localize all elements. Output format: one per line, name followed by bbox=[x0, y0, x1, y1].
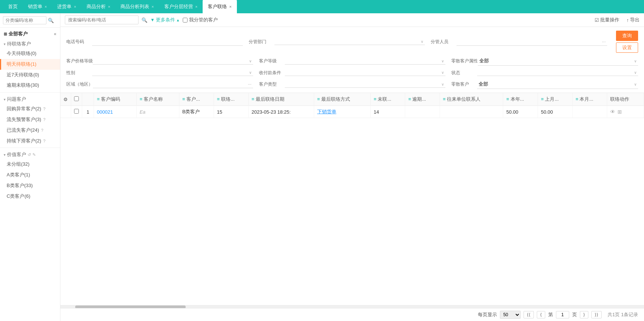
customer-type-select[interactable]: ∨ bbox=[285, 81, 446, 88]
close-icon[interactable]: × bbox=[195, 4, 197, 9]
sidebar-item-churned[interactable]: 已流失客户(24) ? bbox=[0, 125, 60, 136]
sidebar-item-class-a[interactable]: A类客户(1) bbox=[0, 170, 60, 180]
filter-bar: 🔍 ▼ 更多条件 ▲ 我分管的客户 ☑ 批量操作 ↑ 导出 bbox=[60, 13, 644, 27]
row-overdue bbox=[405, 106, 440, 118]
scrollbar-thumb[interactable] bbox=[75, 306, 186, 308]
phone-input[interactable] bbox=[92, 38, 243, 46]
chevron-down-icon: ∨ bbox=[634, 70, 637, 75]
more-conditions-btn[interactable]: ▼ 更多条件 ▲ bbox=[150, 17, 180, 23]
customer-level-select[interactable]: ∨ bbox=[285, 58, 446, 65]
nav-product-analysis[interactable]: 商品分析 × bbox=[81, 0, 115, 13]
sidebar-item-overdue[interactable]: 逾期未联络(30) bbox=[0, 80, 60, 91]
search-icon[interactable]: 🔍 bbox=[141, 17, 147, 23]
close-icon[interactable]: × bbox=[151, 4, 154, 9]
setting-button[interactable]: 设置 bbox=[616, 42, 638, 53]
sidebar-item-7days[interactable]: 近7天待联络(0) bbox=[0, 70, 60, 80]
edit-icon[interactable]: ✎ bbox=[32, 152, 36, 157]
sidebar-group-value[interactable]: ▾ 价值客户 ↺ ✎ bbox=[0, 149, 60, 159]
gender-select[interactable]: ∨ bbox=[92, 69, 253, 76]
page-input[interactable] bbox=[556, 311, 569, 318]
row-name: Ea bbox=[136, 106, 179, 118]
row-action: 👁 ⊞ bbox=[607, 106, 644, 118]
col-this-year[interactable]: ≡ 本年... bbox=[503, 93, 538, 106]
sidebar-divider2 bbox=[0, 148, 60, 148]
close-icon[interactable]: × bbox=[45, 4, 47, 9]
sidebar-search-icon[interactable]: 🔍 bbox=[48, 18, 54, 23]
close-icon[interactable]: × bbox=[108, 4, 110, 9]
sidebar-item-class-b[interactable]: B类客户(33) bbox=[0, 180, 60, 191]
my-customers-filter[interactable]: 我分管的客户 bbox=[183, 17, 218, 23]
close-icon[interactable]: × bbox=[74, 4, 76, 9]
col-this-month[interactable]: ≡ 本月... bbox=[573, 93, 607, 106]
filter-icon: ▼ bbox=[150, 17, 155, 23]
col-no-contact[interactable]: ≡ 未联... bbox=[371, 93, 405, 106]
row-last-contact-method[interactable]: 下销货单 bbox=[314, 106, 370, 118]
retail-attr-select[interactable]: 全部 ∨ bbox=[478, 56, 638, 66]
col-type[interactable]: ≡ 客户... bbox=[179, 93, 214, 106]
filter-retail-attr: 零散客户属性 全部 ∨ bbox=[451, 56, 638, 66]
prev-page-btn[interactable]: ⟨ bbox=[537, 311, 545, 318]
col-unit-contact[interactable]: ≡ 往来单位联系人 bbox=[440, 93, 503, 106]
nav-home[interactable]: 首页 bbox=[3, 0, 23, 13]
sidebar-item-repurchase-abnormal[interactable]: 回购异常客户(2) ? bbox=[0, 104, 60, 114]
nav-customer-contact[interactable]: 客户联络 × bbox=[203, 0, 237, 13]
payment-select[interactable]: ∨ bbox=[285, 69, 446, 76]
col-settings[interactable]: ⚙ bbox=[60, 93, 71, 106]
sidebar-item-tomorrow[interactable]: 明天待联络(1) bbox=[0, 59, 60, 70]
first-page-btn[interactable]: ⟨⟨ bbox=[524, 311, 534, 318]
filter-region: 区域（地区） ··· bbox=[66, 80, 253, 88]
export-btn[interactable]: ↑ 导出 bbox=[627, 17, 640, 23]
filter-row-4: 区域（地区） ··· 客户类型 ∨ 零散客户 全部 ∨ bbox=[66, 80, 638, 89]
nav-sales-order[interactable]: 销货单 × bbox=[23, 0, 52, 13]
person-select[interactable]: ··· bbox=[456, 38, 607, 46]
eye-icon[interactable]: 👁 bbox=[610, 109, 615, 115]
chevron-down-icon: ∨ bbox=[249, 59, 252, 63]
col-checkbox[interactable] bbox=[71, 93, 82, 106]
retail-customer-select[interactable]: 全部 ∨ bbox=[477, 80, 638, 89]
my-customers-checkbox[interactable] bbox=[183, 18, 188, 23]
sidebar-item-churn-warning[interactable]: 流失预警客户(3) ? bbox=[0, 114, 60, 125]
grid-icon[interactable]: ⊞ bbox=[617, 109, 622, 115]
col-last-contact-date[interactable]: ≡ 最后联络日期 bbox=[248, 93, 314, 106]
sidebar-all-customers[interactable]: ⊞ 全部客户 « bbox=[0, 28, 60, 39]
collapse-icon[interactable]: « bbox=[54, 31, 56, 37]
batch-ops-btn[interactable]: ☑ 批量操作 bbox=[595, 17, 619, 23]
nav-purchase-order[interactable]: 进货单 × bbox=[52, 0, 81, 13]
nav-customer-tiering[interactable]: 客户分层经营 × bbox=[159, 0, 203, 13]
sidebar-divider bbox=[0, 92, 60, 93]
per-page-select[interactable]: 50 100 bbox=[500, 311, 521, 319]
sidebar-group-pending[interactable]: ▾ 待联络客户 bbox=[0, 39, 60, 48]
table-footer: 每页显示 50 100 ⟨⟨ ⟨ 第 页 ⟩ ⟩⟩ 共1页 1条记录 bbox=[60, 308, 644, 321]
close-icon[interactable]: × bbox=[229, 4, 231, 9]
next-page-btn[interactable]: ⟩ bbox=[580, 311, 588, 318]
last-page-btn[interactable]: ⟩⟩ bbox=[591, 311, 602, 318]
price-level-select[interactable]: ∨ bbox=[93, 58, 253, 65]
row-code[interactable]: 000021 bbox=[94, 106, 137, 118]
refresh-icon[interactable]: ↺ bbox=[28, 152, 31, 157]
horizontal-scrollbar[interactable] bbox=[60, 305, 644, 308]
col-customer-code[interactable]: ≡ 客户编码 bbox=[94, 93, 137, 106]
sidebar-group-problem[interactable]: ▾ 问题客户 bbox=[0, 94, 60, 104]
filter-row-2: 客户价格等级 ∨ 客户等级 ∨ 零散客户属性 全部 ∨ bbox=[66, 56, 638, 66]
status-select[interactable]: ∨ bbox=[477, 69, 638, 76]
col-customer-name[interactable]: ≡ 客户名称 bbox=[136, 93, 179, 106]
region-select[interactable]: ··· bbox=[93, 80, 253, 88]
sort-icon: ≡ bbox=[506, 96, 509, 102]
sidebar-item-today[interactable]: 今天待联络(0) bbox=[0, 48, 60, 59]
dept-select[interactable]: ∨ bbox=[274, 38, 425, 45]
col-last-month[interactable]: ≡ 上月... bbox=[538, 93, 573, 106]
col-overdue[interactable]: ≡ 逾期... bbox=[405, 93, 440, 106]
sort-icon: ≡ bbox=[443, 96, 446, 102]
arrow-icon: ▾ bbox=[4, 42, 6, 46]
query-button[interactable]: 查询 bbox=[616, 31, 638, 41]
sidebar-item-class-c[interactable]: C类客户(6) bbox=[0, 191, 60, 202]
sidebar-item-declining[interactable]: 持续下滑客户(2) ? bbox=[0, 136, 60, 146]
sidebar-search-input[interactable] bbox=[3, 16, 46, 24]
select-all-checkbox[interactable] bbox=[74, 96, 79, 101]
col-last-contact-method[interactable]: ≡ 最后联络方式 bbox=[314, 93, 370, 106]
main-search-input[interactable] bbox=[65, 15, 139, 24]
col-contacts[interactable]: ≡ 联络... bbox=[214, 93, 248, 106]
nav-product-analysis-list[interactable]: 商品分析列表 × bbox=[115, 0, 159, 13]
row-checkbox[interactable] bbox=[71, 106, 82, 118]
sidebar-item-ungrouped[interactable]: 未分组(32) bbox=[0, 159, 60, 170]
